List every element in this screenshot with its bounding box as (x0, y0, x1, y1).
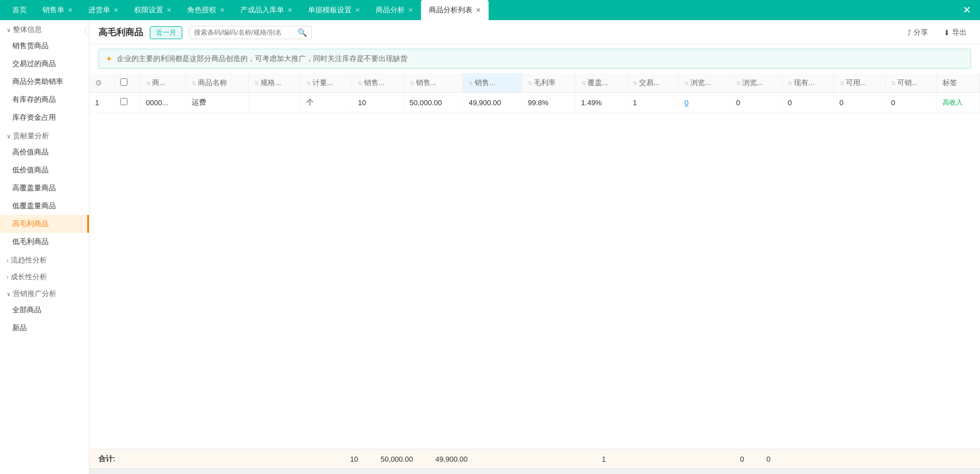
sidebar-item-stock-capital[interactable]: 库存资金占用 (0, 109, 89, 126)
nav-sales[interactable]: 销售单 ✕ (35, 0, 81, 20)
table-container: ⚙ 商... 商品名称 规格... 计量... 销售... 销售... 销售..… (89, 73, 980, 449)
sidebar-item-low-value[interactable]: 低价值商品 (0, 161, 89, 179)
cell-code: 0000... (140, 93, 186, 112)
page-title: 高毛利商品 (98, 27, 143, 39)
col-spec[interactable]: 规格... (249, 73, 300, 93)
cell-stock1: 0 (782, 93, 834, 112)
sidebar-item-traded-goods[interactable]: 交易过的商品 (0, 55, 89, 73)
cell-spec (249, 93, 300, 112)
nav-role[interactable]: 角色授权 ✕ (179, 0, 233, 20)
cell-sales-cost: 49,900.00 (463, 93, 522, 112)
sidebar-item-high-margin[interactable]: 高毛利商品 (0, 215, 89, 233)
col-view2[interactable]: 浏览... (730, 73, 782, 93)
col-trades[interactable]: 交易... (627, 73, 678, 93)
table-footer: 合计: 10 50,000.00 49,900.00 1 0 0 (89, 449, 980, 468)
col-sales-qty[interactable]: 销售... (352, 73, 404, 93)
sidebar-section-marketing[interactable]: ∨ 营销推广分析 (0, 284, 89, 301)
col-unit[interactable]: 计量... (300, 73, 352, 93)
sidebar-item-in-stock[interactable]: 有库存的商品 (0, 91, 89, 109)
footer-stock3: 0 (755, 455, 782, 463)
col-name[interactable]: 商品名称 (186, 73, 249, 93)
footer-sales-amt: 50,000.00 (370, 455, 424, 463)
cell-tag: 高收入 (937, 93, 980, 112)
sidebar-section-overall[interactable]: ∨ 整体信息 (0, 20, 89, 37)
cell-coverage: 1.49% (575, 93, 627, 112)
sidebar-item-low-coverage[interactable]: 低覆盖量商品 (0, 197, 89, 215)
nav-purchase[interactable]: 进货单 ✕ (81, 0, 126, 20)
close-product-in-icon[interactable]: ✕ (287, 7, 292, 14)
nav-goods-analysis[interactable]: 商品分析 ✕ (368, 0, 421, 20)
window-close-icon[interactable]: ✕ (958, 4, 976, 16)
footer-sales-cost: 49,900.00 (424, 455, 479, 463)
sidebar-section-growth[interactable]: › 成长性分析 (0, 267, 89, 284)
nav-product-in[interactable]: 产成品入库单 ✕ (233, 0, 300, 20)
content-area: 高毛利商品 近一月 🔍 ⤴ 分享 ⬇ 导出 ✦ 企业的主要的利润都是这部分商品创… (89, 20, 980, 474)
select-all-checkbox[interactable] (120, 78, 127, 86)
col-view1[interactable]: 浏览... (679, 73, 730, 93)
share-button[interactable]: ⤴ 分享 (903, 26, 932, 39)
close-purchase-icon[interactable]: ✕ (113, 7, 119, 14)
nav-home[interactable]: 首页 (4, 0, 35, 20)
sidebar-item-new-goods[interactable]: 新品 (0, 319, 89, 337)
cell-stock2: 0 (834, 93, 885, 112)
col-stock1[interactable]: 现有... (782, 73, 834, 93)
col-coverage[interactable]: 覆盖... (575, 73, 627, 93)
sidebar-item-sales-goods[interactable]: 销售货商品 (0, 37, 89, 55)
col-checkbox (115, 73, 140, 93)
row-checkbox[interactable] (120, 98, 127, 105)
sidebar: « ∨ 整体信息 销售货商品 交易过的商品 商品分类助销率 有库存的商品 库存资… (0, 20, 89, 474)
sidebar-item-category-assist[interactable]: 商品分类助销率 (0, 73, 89, 91)
cell-view1[interactable]: 0 (679, 93, 730, 112)
table-header-row: ⚙ 商... 商品名称 规格... 计量... 销售... 销售... 销售..… (89, 73, 980, 93)
col-sales-cost[interactable]: 销售... (463, 73, 522, 93)
col-sales-amt[interactable]: 销售... (404, 73, 463, 93)
close-sales-icon[interactable]: ✕ (68, 7, 73, 14)
filter-recent-month-button[interactable]: 近一月 (150, 26, 182, 39)
nav-goods-analysis-list[interactable]: 商品分析列表 ✕ (421, 0, 489, 20)
section-arrow-growth: › (7, 274, 8, 280)
section-arrow-contribution: ∨ (7, 133, 11, 139)
cell-unit: 个 (300, 93, 352, 112)
sidebar-item-high-value[interactable]: 高价值商品 (0, 143, 89, 161)
close-goods-analysis-icon[interactable]: ✕ (408, 7, 413, 14)
top-nav: 首页 销售单 ✕ 进货单 ✕ 权限设置 ✕ 角色授权 ✕ 产成品入库单 ✕ 单据… (0, 0, 980, 20)
col-code[interactable]: 商... (140, 73, 186, 93)
close-permission-icon[interactable]: ✕ (167, 7, 172, 14)
footer-trades: 1 (591, 455, 617, 463)
export-button[interactable]: ⬇ 导出 (939, 26, 971, 39)
cell-sales-amt: 50,000.00 (404, 93, 463, 112)
settings-icon[interactable]: ⚙ (95, 78, 102, 87)
col-stock3[interactable]: 可销... (886, 73, 937, 93)
cell-index: 1 (89, 93, 115, 112)
cell-name: 运费 (186, 93, 249, 112)
col-tag: 标签 (937, 73, 980, 93)
col-stock2[interactable]: 可用... (834, 73, 885, 93)
sidebar-item-all-goods[interactable]: 全部商品 (0, 301, 89, 319)
sidebar-item-low-margin[interactable]: 低毛利商品 (0, 233, 89, 251)
search-icon[interactable]: 🔍 (297, 28, 307, 37)
cell-sales-qty: 10 (352, 93, 404, 112)
cell-gross-rate: 99.8% (522, 93, 575, 112)
footer-stock2: 0 (729, 455, 755, 463)
cell-checkbox[interactable] (115, 93, 140, 112)
sidebar-item-high-coverage[interactable]: 高覆盖量商品 (0, 179, 89, 197)
share-icon: ⤴ (907, 29, 911, 37)
nav-template[interactable]: 单据模板设置 ✕ (300, 0, 368, 20)
table-row: 1 0000... 运费 个 10 50,000.00 49,900.00 99… (89, 93, 980, 112)
nav-permission[interactable]: 权限设置 ✕ (126, 0, 179, 20)
search-input[interactable] (194, 29, 294, 36)
close-template-icon[interactable]: ✕ (355, 7, 360, 14)
col-gross-rate[interactable]: 毛利率 (522, 73, 575, 93)
sidebar-section-contribution[interactable]: ∨ 贡献量分析 (0, 126, 89, 143)
search-box: 🔍 (189, 26, 312, 39)
cell-view2: 0 (730, 93, 782, 112)
sidebar-section-trend[interactable]: › 流趋性分析 (0, 251, 89, 267)
close-role-icon[interactable]: ✕ (220, 7, 225, 14)
col-gear[interactable]: ⚙ (89, 73, 115, 93)
close-goods-analysis-list-icon[interactable]: ✕ (476, 7, 481, 14)
footer-label: 合计: (98, 454, 115, 464)
horizontal-scrollbar[interactable] (89, 468, 980, 474)
footer-sales-qty: 10 (339, 455, 369, 463)
main-layout: « ∨ 整体信息 销售货商品 交易过的商品 商品分类助销率 有库存的商品 库存资… (0, 20, 980, 474)
export-icon: ⬇ (944, 29, 950, 37)
